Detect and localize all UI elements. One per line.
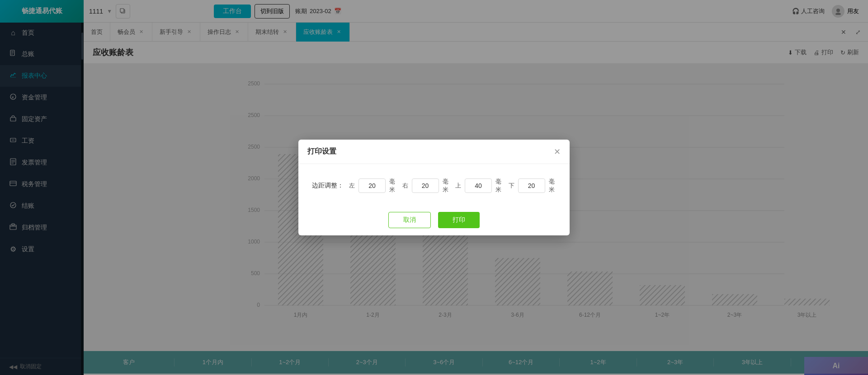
modal-header: 打印设置 ✕	[298, 140, 570, 164]
top-margin-input[interactable]	[465, 178, 492, 193]
bottom-direction-label: 下	[509, 182, 514, 190]
left-unit-label: 毫米	[389, 178, 397, 194]
margin-left-group: 左 毫米	[349, 178, 397, 194]
right-direction-label: 右	[402, 182, 408, 190]
top-unit-label: 毫米	[495, 178, 503, 194]
modal-title: 打印设置	[307, 147, 336, 156]
print-dialog: 打印设置 ✕ 边距调整： 左 毫米 右 毫米 上 毫米	[298, 140, 570, 235]
cancel-button[interactable]: 取消	[388, 212, 431, 228]
left-margin-input[interactable]	[359, 178, 386, 193]
margin-label: 边距调整：	[312, 182, 344, 190]
margin-top-group: 上 毫米	[455, 178, 503, 194]
margin-form-row: 边距调整： 左 毫米 右 毫米 上 毫米 下	[312, 178, 556, 194]
modal-overlay: 打印设置 ✕ 边距调整： 左 毫米 右 毫米 上 毫米	[0, 0, 868, 375]
modal-body: 边距调整： 左 毫米 右 毫米 上 毫米 下	[298, 164, 570, 205]
bottom-margin-input[interactable]	[518, 178, 545, 193]
modal-footer: 取消 打印	[298, 205, 570, 235]
bottom-unit-label: 毫米	[549, 178, 557, 194]
print-confirm-button[interactable]: 打印	[438, 212, 480, 228]
top-direction-label: 上	[455, 182, 461, 190]
left-direction-label: 左	[349, 182, 355, 190]
right-margin-input[interactable]	[412, 178, 439, 193]
right-unit-label: 毫米	[443, 178, 450, 194]
margin-right-group: 右 毫米	[402, 178, 450, 194]
margin-bottom-group: 下 毫米	[509, 178, 557, 194]
modal-close-button[interactable]: ✕	[554, 148, 561, 156]
